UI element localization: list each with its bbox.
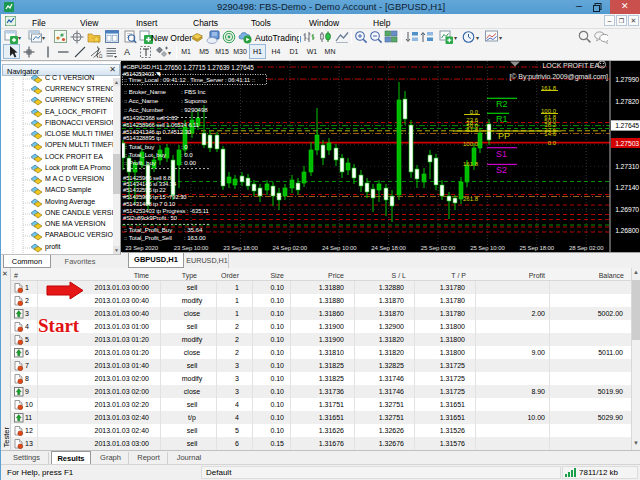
svg-text:24 Sep 10:00: 24 Sep 10:00 [322,245,357,251]
svg-text:25 Sep 10:00: 25 Sep 10:00 [470,245,505,251]
svg-text:#514341346 tp 0.74512.30: #514341346 tp 0.74512.30 [123,129,192,135]
svg-text:1.26800: 1.26800 [615,227,639,234]
svg-text:25 Sep 02:00: 25 Sep 02:00 [421,245,456,251]
svg-text:23 Sep 2020: 23 Sep 2020 [125,245,159,251]
svg-text:: 0: : 0 [181,143,188,150]
svg-text:23 Sep 18:00: 23 Sep 18:00 [223,245,258,251]
svg-text:1.27650 1.27715 1.27639 1.2764: 1.27650 1.27715 1.27639 1.27645 [159,64,254,71]
svg-text:#GBPUSD,H1: #GBPUSD,H1 [123,64,159,70]
svg-text:#514253403 ◥: #514253403 ◥ [123,71,161,77]
svg-text:261.8: 261.8 [463,196,479,202]
svg-text::: Acc_Name: :: Acc_Name [124,97,159,104]
svg-text:[© By:putrivio.2009@gmail.com]: [© By:putrivio.2009@gmail.com] [509,73,608,81]
svg-text:#Sl2u89ck9Profit : 50: #Sl2u89ck9Profit : 50 [123,215,178,221]
svg-text:: 9290498: : 9290498 [181,106,208,113]
svg-text:24 Sep 18:00: 24 Sep 18:00 [371,245,406,251]
svg-text:#51425966 sell 8.8: #51425966 sell 8.8 [123,175,172,181]
svg-text:R2: R2 [496,99,508,109]
svg-text:28 Sep 02:00: 28 Sep 02:00 [569,245,604,251]
svg-text:R1: R1 [496,114,508,124]
svg-text:#514362368 sell 1.63: #514362368 sell 1.63 [123,115,178,121]
svg-text:#514253403 tp Progress : -635.: #514253403 tp Progress : -635.11 [123,208,209,214]
svg-text:: 0.00: : 0.00 [181,159,197,166]
svg-text:S2: S2 [496,165,507,175]
svg-text:: 35.64: : 35.64 [184,226,203,233]
svg-text:: 0.0: : 0.0 [181,151,193,158]
svg-text:: 163.00: : 163.00 [184,234,206,241]
svg-text:Ω: Ω [99,54,103,59]
svg-text:: FBS Inc: : FBS Inc [181,88,206,95]
svg-text:100.0: 100.0 [463,141,479,147]
svg-text::: Total_buy: :: Total_buy [124,143,155,150]
svg-text:0.0: 0.0 [548,140,557,146]
svg-text:25 Sep 18:00: 25 Sep 18:00 [520,245,555,251]
svg-text:: Suporno: : Suporno [181,97,208,104]
svg-text::: Time_Local : 09:41:12 . Tim: :: Time_Local : 09:41:12 . Time_Server :… [124,77,255,83]
svg-text:#51432595 tp 22: #51432595 tp 22 [123,187,166,193]
svg-text:1.27503: 1.27503 [615,140,639,147]
svg-text:61.8: 61.8 [466,127,478,133]
svg-text:1.26970: 1.26970 [615,206,639,213]
svg-text::: Broker_Name: :: Broker_Name [124,88,167,95]
svg-text:1.27645: 1.27645 [615,122,639,129]
svg-text:LOCK PROFIT EA: LOCK PROFIT EA [543,62,600,69]
svg-text::: Acc_Number: :: Acc_Number [124,106,163,113]
svg-text:PP: PP [498,131,510,141]
svg-text:S1: S1 [496,149,507,159]
svg-text:#51431408 tp 7 0.10: #51431408 tp 7 0.10 [123,201,176,207]
svg-text:#51425986 tp 15 -792.30: #51425986 tp 15 -792.30 [123,194,187,200]
svg-text::: Profit_buy: :: Profit_buy [124,159,157,166]
svg-text:14.6: 14.6 [544,131,556,137]
svg-text::: Total_Lot_buy: :: Total_Lot_buy [124,151,167,158]
svg-text::: Total_Profit_Buy: :: Total_Profit_Buy [124,226,173,233]
svg-text:1.27310: 1.27310 [615,163,639,170]
svg-text:#514328895 tp: #514328895 tp [123,135,162,141]
svg-text:161.8: 161.8 [463,161,479,167]
svg-text:1.27140: 1.27140 [615,184,639,191]
svg-text:1.27990: 1.27990 [615,76,639,83]
svg-text:24 Sep 02:00: 24 Sep 02:00 [273,245,308,251]
svg-text:1.27820: 1.27820 [615,98,639,105]
svg-text:23 Sep 10:00: 23 Sep 10:00 [174,245,209,251]
svg-text:#514258966 sell 1.06534 6.11: #514258966 sell 1.06534 6.11 [123,122,199,128]
svg-text::: Total_Profit_Sell: :: Total_Profit_Sell [124,234,172,241]
